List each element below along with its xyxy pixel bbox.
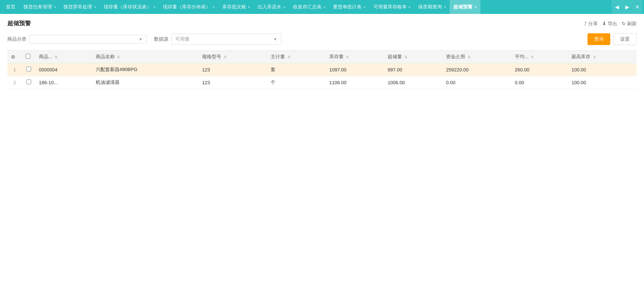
select-all-checkbox[interactable] (26, 54, 30, 59)
nav-tab-close-icon[interactable]: × (409, 5, 411, 9)
table-row: 2 186-10... 机油滤清器 123 个 1106.00 1006.00 … (7, 76, 637, 89)
share-button[interactable]: ⤴ 分享 (584, 21, 598, 27)
nav-tab-label: 出入库流水 (257, 4, 281, 10)
nav-tab-0[interactable]: 拣货任务管理× (20, 0, 60, 14)
nav-tab-close-icon[interactable]: × (474, 5, 476, 9)
nav-tab-close-icon[interactable]: × (444, 5, 446, 9)
nav-home[interactable]: 首页 (1, 4, 20, 10)
nav-tab-label: 要货单统计表 (333, 4, 362, 10)
data-table: ⚙ 商品... ⇅ 商品名称 ⇅ 规格型号 ⇅ 主计量 (7, 50, 637, 89)
nav-tab-close-icon[interactable]: × (212, 5, 215, 9)
cell-max-stock: 100.00 (568, 76, 637, 89)
nav-tab-10[interactable]: 超储预警× (450, 0, 480, 14)
cell-product-code: 0000004 (35, 63, 92, 76)
nav-tab-7[interactable]: 要货单统计表× (329, 0, 369, 14)
nav-tab-1[interactable]: 拣货异常处理× (60, 0, 100, 14)
nav-tab-close-icon[interactable]: × (363, 5, 366, 9)
nav-tab-close-icon[interactable]: × (323, 5, 326, 9)
cell-product-code: 186-10... (35, 76, 92, 89)
share-label: 分享 (588, 21, 598, 27)
col-capital-label: 资金占用 (446, 54, 465, 59)
table-header: ⚙ 商品... ⇅ 商品名称 ⇅ 规格型号 ⇅ 主计量 (7, 51, 637, 63)
nav-tab-label: 拣货异常处理 (63, 4, 92, 10)
nav-tab-2[interactable]: 现存量（库存状况表）× (100, 0, 159, 14)
cell-stock: 1106.00 (326, 76, 384, 89)
cell-spec: 123 (198, 63, 267, 76)
export-icon: ⬇ (602, 21, 606, 26)
row-checkbox[interactable] (26, 67, 31, 71)
sort-icon-capital: ⇅ (468, 55, 471, 59)
col-overstock[interactable]: 超储量 ⇅ (384, 51, 442, 63)
col-max-stock[interactable]: 最高库存 ⇅ (568, 51, 637, 63)
cell-max-stock: 100.00 (568, 63, 637, 76)
nav-next-button[interactable]: ▶ (622, 0, 632, 14)
cell-stock: 1097.00 (326, 63, 384, 76)
table-header-row: ⚙ 商品... ⇅ 商品名称 ⇅ 规格型号 ⇅ 主计量 (7, 51, 637, 63)
nav-tab-4[interactable]: 库存批次账× (219, 0, 254, 14)
row-checkbox[interactable] (26, 79, 31, 84)
datasource-select[interactable]: 可用量 ▼ (171, 34, 281, 45)
nav-tab-label: 库存批次账 (222, 4, 246, 10)
export-button[interactable]: ⬇ 导出 (602, 21, 617, 27)
header-actions: ⤴ 分享 ⬇ 导出 ↻ 刷新 (584, 21, 637, 27)
nav-prev-button[interactable]: ◀ (612, 0, 622, 14)
col-stock[interactable]: 库存量 ⇅ (326, 51, 384, 63)
col-avg[interactable]: 平均... ⇅ (511, 51, 568, 63)
table-row: 1 0000004 六配套新昌490BPG 123 套 1097.00 997.… (7, 63, 637, 76)
nav-tab-close-icon[interactable]: × (283, 5, 285, 9)
cell-capital: 0.00 (442, 76, 511, 89)
refresh-button[interactable]: ↻ 刷新 (622, 21, 637, 27)
datasource-filter: 数据源 可用量 ▼ (154, 34, 281, 45)
filter-row: 商品分类 ▼ 数据源 可用量 ▼ 查询 设置 (7, 33, 637, 45)
col-select-all[interactable] (22, 51, 35, 63)
sort-icon-spec: ⇅ (224, 55, 227, 59)
cell-unit: 个 (267, 76, 325, 89)
cell-unit: 套 (267, 63, 325, 76)
sort-icon-product-code: ⇅ (55, 55, 58, 59)
col-product-code[interactable]: 商品... ⇅ (35, 51, 92, 63)
sort-icon-product-name: ⇅ (117, 55, 120, 59)
nav-tab-close-icon[interactable]: × (54, 5, 56, 9)
col-capital[interactable]: 资金占用 ⇅ (442, 51, 511, 63)
col-product-name-label: 商品名称 (96, 54, 115, 59)
col-unit[interactable]: 主计量 ⇅ (267, 51, 325, 63)
nav-tab-close-icon[interactable]: × (94, 5, 96, 9)
nav-tabs: 拣货任务管理×拣货异常处理×现存量（库存状况表）×现存量（库存分布表）×库存批次… (20, 0, 480, 14)
cell-product-name: 六配套新昌490BPG (92, 63, 198, 76)
datasource-value: 可用量 (175, 36, 190, 42)
nav-tab-label: 收发存汇总表 (293, 4, 322, 10)
nav-tab-label: 可用量库存账本 (373, 4, 407, 10)
row-number: 2 (7, 76, 22, 89)
category-label: 商品分类 (7, 36, 26, 42)
nav-tab-3[interactable]: 现存量（库存分布表）× (159, 0, 218, 14)
col-stock-label: 库存量 (329, 54, 344, 59)
sort-icon-unit: ⇅ (288, 55, 290, 59)
filter-actions: 查询 设置 (588, 33, 637, 45)
page-title: 超储预警 (7, 20, 31, 27)
row-checkbox-cell[interactable] (22, 63, 35, 76)
sort-icon-overstock: ⇅ (405, 55, 407, 59)
col-spec[interactable]: 规格型号 ⇅ (198, 51, 267, 63)
nav-tab-close-icon[interactable]: × (153, 5, 155, 9)
nav-tab-6[interactable]: 收发存汇总表× (289, 0, 329, 14)
nav-close-button[interactable]: ✕ (632, 0, 643, 14)
col-gear[interactable]: ⚙ (7, 51, 22, 63)
nav-tab-label: 拣货任务管理 (23, 4, 52, 10)
table-body: 1 0000004 六配套新昌490BPG 123 套 1097.00 997.… (7, 63, 637, 89)
sort-icon-avg: ⇅ (531, 55, 534, 59)
category-select[interactable]: ▼ (29, 35, 147, 44)
row-checkbox-cell[interactable] (22, 76, 35, 89)
nav-tab-9[interactable]: 保质期查询× (414, 0, 450, 14)
cell-spec: 123 (198, 76, 267, 89)
query-button[interactable]: 查询 (588, 33, 610, 45)
nav-tab-8[interactable]: 可用量库存账本× (370, 0, 414, 14)
nav-tab-5[interactable]: 出入库流水× (254, 0, 289, 14)
settings-button[interactable]: 设置 (613, 33, 637, 45)
cell-avg: 260.00 (511, 63, 568, 76)
nav-tab-label: 保质期查询 (418, 4, 442, 10)
col-product-name[interactable]: 商品名称 ⇅ (92, 51, 198, 63)
refresh-icon: ↻ (622, 21, 626, 26)
refresh-label: 刷新 (627, 21, 637, 27)
col-unit-label: 主计量 (271, 54, 285, 59)
nav-tab-close-icon[interactable]: × (248, 5, 250, 9)
